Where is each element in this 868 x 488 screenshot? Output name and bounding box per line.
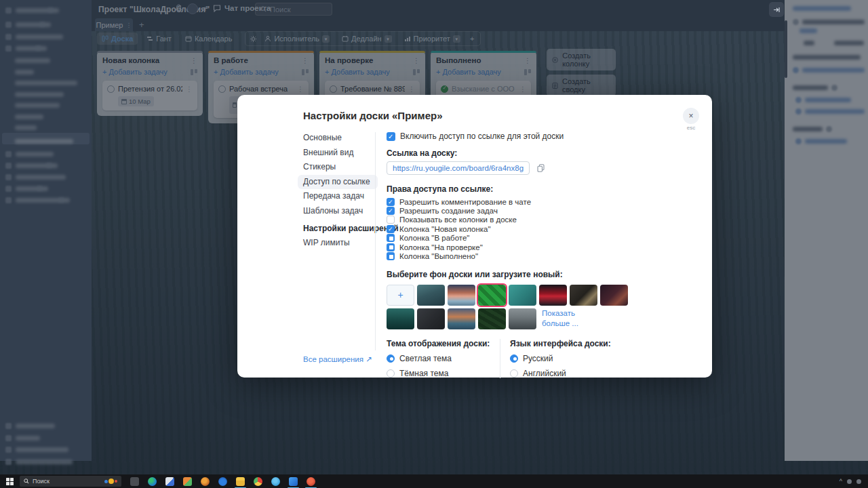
nav-shablony-zadach[interactable]: Шаблоны задач (298, 204, 378, 219)
theme-section: Тема отображения доски: Светлая тема Тём… (387, 339, 500, 378)
collapse-right-icon (773, 7, 780, 13)
collapse-panel-button[interactable] (769, 2, 784, 17)
taskbar-icon-photos-app[interactable] (183, 477, 192, 486)
thumb-dark-fabric[interactable] (417, 308, 445, 329)
rights-label: Права доступа по ссылке: (387, 184, 644, 194)
thumb-empty-road[interactable] (509, 308, 536, 329)
lang-english-radio[interactable]: Английский (510, 369, 623, 378)
right-allow-create-tasks[interactable]: Разрешить создание задач (387, 206, 644, 215)
radio-selected-icon[interactable] (510, 354, 518, 363)
nav-osnovnye[interactable]: Основные (298, 131, 378, 146)
settings-content: Включить доступ по ссылке для этой доски… (387, 131, 644, 378)
nav-vneshnij-vid[interactable]: Внешний вид (298, 146, 378, 161)
nav-divider (375, 132, 376, 350)
taskbar-icon-red-app[interactable] (307, 477, 315, 486)
close-button[interactable]: × (683, 108, 699, 124)
thumb-misty-teal-mountain[interactable] (417, 285, 445, 306)
nav-section-extensions: Настройки расширений (303, 224, 378, 233)
settings-nav: Основные Внешний вид Стикеры Доступ по с… (298, 131, 378, 251)
checkbox-checked-icon[interactable] (387, 225, 395, 233)
rights-list: Разрешить комментирование в чате Разреши… (387, 197, 644, 261)
thumb-dark-flatlay[interactable] (570, 285, 597, 306)
enable-link-access-checkbox[interactable]: Включить доступ по ссылке для этой доски (387, 131, 644, 141)
taskbar-icon-blue-app[interactable] (289, 477, 298, 486)
all-extensions-link[interactable]: Все расширения ↗ (303, 354, 372, 364)
lang-russian-radio[interactable]: Русский (510, 354, 623, 363)
nav-dostup-po-ssylke[interactable]: Доступ по ссылке (298, 175, 378, 190)
preferences-section: Тема отображения доски: Светлая тема Тём… (387, 339, 644, 378)
taskbar-icon-chrome-browser[interactable] (254, 477, 262, 486)
checkbox-indeterminate-icon[interactable] (387, 252, 395, 260)
esc-hint: esc (683, 125, 699, 131)
radio-unselected-icon[interactable] (387, 369, 395, 378)
thumb-sunset-clouds[interactable] (448, 285, 475, 306)
radio-unselected-icon[interactable] (510, 369, 518, 378)
right-allow-comments[interactable]: Разрешить комментирование в чате (387, 197, 644, 206)
tray-icon[interactable] (847, 479, 852, 484)
search-icon (24, 479, 29, 484)
taskbar-search-placeholder: Поиск (33, 478, 50, 485)
checkbox-indeterminate-icon[interactable] (387, 243, 395, 251)
thumb-mountain-lake[interactable] (448, 308, 475, 329)
right-show-all-columns[interactable]: Показывать все колонки в доске (387, 216, 644, 224)
taskbar-icon-mail-app[interactable] (165, 477, 174, 486)
thumb-green-leaves-selected[interactable] (478, 285, 506, 306)
show-more-link[interactable]: Показать больше ... (542, 308, 584, 329)
checkbox-checked-icon[interactable] (387, 132, 395, 141)
start-button[interactable] (6, 478, 14, 485)
copy-link-icon[interactable] (537, 164, 545, 172)
modal-title: Настройки доски «Пример» (303, 110, 442, 121)
nav-stikery[interactable]: Стикеры (298, 160, 378, 175)
thumb-aerial-teal-sea[interactable] (509, 285, 536, 306)
checkbox-unchecked-icon[interactable] (387, 216, 395, 224)
board-settings-modal: Настройки доски «Пример» × esc Основные … (237, 95, 712, 378)
tray-chevron-icon[interactable]: ^ (840, 478, 842, 485)
language-label: Язык интерфейса доски: (510, 339, 623, 348)
theme-light-radio[interactable]: Светлая тема (387, 354, 500, 363)
board-link-label: Ссылка на доску: (387, 148, 644, 158)
language-section: Язык интерфейса доски: Русский Английски… (510, 339, 623, 378)
taskbar-icon-edge-browser[interactable] (148, 477, 157, 486)
system-tray[interactable]: ^ (840, 478, 861, 485)
thumb-red-car[interactable] (539, 285, 567, 306)
taskbar-icon-telegram-app[interactable] (271, 477, 280, 486)
taskbar-icon-onedrive[interactable] (218, 477, 227, 486)
search-highlights-icon (104, 479, 117, 484)
right-column-v-rabote[interactable]: Колонка "В работе" (387, 234, 644, 243)
board-link-input[interactable] (387, 161, 530, 175)
checkbox-checked-icon[interactable] (387, 198, 395, 206)
thumb-forest-canopy[interactable] (478, 308, 506, 329)
checkbox-checked-icon[interactable] (387, 207, 395, 215)
background-thumbnails-row2: Показать больше ... (387, 308, 644, 329)
theme-label: Тема отображения доски: (387, 339, 500, 348)
taskbar-icon-dark-app[interactable] (130, 477, 139, 486)
upload-background-tile[interactable]: + (387, 285, 414, 306)
right-column-na-proverke[interactable]: Колонка "На проверке" (387, 243, 644, 251)
nav-wip-limity[interactable]: WIP лимиты (298, 236, 378, 251)
right-column-novaya[interactable]: Колонка "Новая колонка" (387, 224, 644, 233)
taskbar-icon-file-explorer[interactable] (236, 477, 245, 486)
theme-dark-radio[interactable]: Тёмная тема (387, 369, 500, 378)
background-thumbnails-row1: + (387, 285, 644, 306)
prefs-divider (500, 339, 500, 378)
taskbar-icon-firefox-browser[interactable] (201, 477, 210, 486)
thumb-teal-waterfall[interactable] (387, 308, 414, 329)
tray-icon[interactable] (856, 479, 861, 484)
desktop-screen: Проект "ШколаДробления" + Чат проекта По… (0, 0, 868, 488)
thumb-violin[interactable] (600, 285, 628, 306)
taskbar-search-input[interactable]: Поиск (20, 476, 121, 487)
radio-selected-icon[interactable] (387, 354, 395, 363)
nav-peredacha-zadach[interactable]: Передача задач (298, 189, 378, 204)
right-column-vypolneno[interactable]: Колонка "Выполнено" (387, 251, 644, 260)
checkbox-indeterminate-icon[interactable] (387, 234, 395, 242)
windows-taskbar: Поиск ^ (0, 474, 868, 488)
background-label: Выберите фон доски или загрузите новый: (387, 270, 644, 279)
